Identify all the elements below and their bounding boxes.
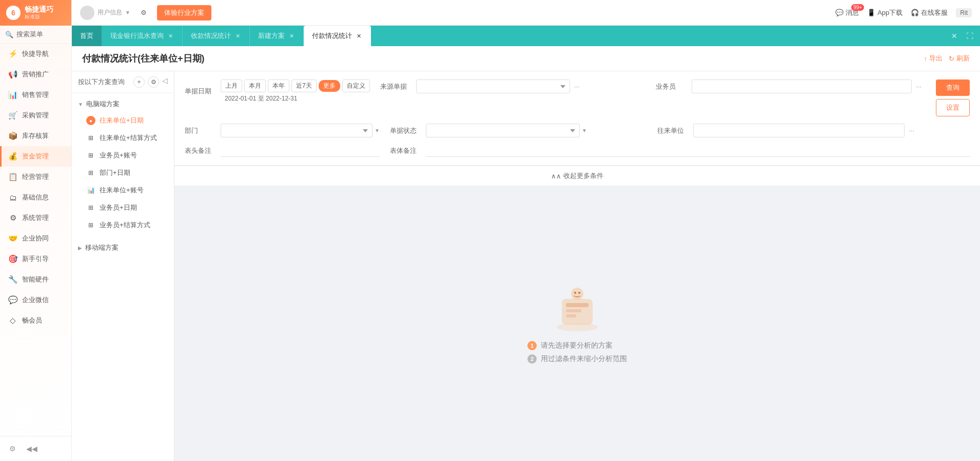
- scheme-collapse-btn[interactable]: ◁: [162, 76, 168, 88]
- svg-point-6: [574, 292, 576, 294]
- wechat-icon: 💬: [8, 295, 18, 305]
- tab-home[interactable]: 首页: [72, 26, 102, 46]
- body-note-input[interactable]: [426, 145, 970, 157]
- dept-select[interactable]: [221, 124, 373, 137]
- scheme-item-dept-date[interactable]: ⊞ 部门+日期: [72, 164, 174, 182]
- topbar-username[interactable]: Rit: [956, 8, 972, 17]
- topbar: 用户信息 ▼ ⚙ 体验行业方案 💬 消息 99+ 📱 App下载 🎧 在线客服: [72, 0, 980, 26]
- source-label: 来源单据: [380, 82, 416, 91]
- search-icon: 🔍: [5, 31, 13, 38]
- source-select[interactable]: [416, 79, 570, 93]
- topbar-actions: 💬 消息 99+ 📱 App下载 🎧 在线客服 Rit: [835, 8, 972, 17]
- voucher-status-dropdown-icon[interactable]: ▼: [582, 128, 587, 133]
- date-buttons: 上月 本月 本年 近7天 更多 自定义: [221, 79, 370, 92]
- hint-num-2: 2: [527, 354, 537, 364]
- sidebar-item-wechat[interactable]: 💬 企业微信: [0, 290, 71, 310]
- scheme-item-staff-settlement[interactable]: ⊞ 业务员+结算方式: [72, 216, 174, 234]
- message-icon: 💬: [835, 9, 844, 16]
- header-note-input[interactable]: [221, 145, 380, 157]
- dept-dropdown-icon[interactable]: ▼: [375, 128, 380, 133]
- tab-maximize-btn[interactable]: ⛶: [964, 30, 976, 42]
- scheme-item-counterpart-account[interactable]: 📊 往来单位+账号: [72, 182, 174, 199]
- page-header-actions: ↑ 导出 ↻ 刷新: [924, 54, 970, 63]
- sidebar-item-member[interactable]: ◇ 畅会员: [0, 310, 71, 331]
- scheme-settings-btn[interactable]: ⚙: [148, 76, 159, 88]
- tab-close-new-plan[interactable]: ✕: [288, 32, 295, 39]
- date-btn-custom[interactable]: 自定义: [342, 79, 370, 92]
- date-btn-this-year[interactable]: 本年: [268, 79, 289, 92]
- refresh-btn[interactable]: ↻ 刷新: [949, 54, 970, 63]
- scheme-item-staff-account[interactable]: ⊞ 业务员+账号: [72, 147, 174, 164]
- notifications-btn[interactable]: 💬 消息 99+: [835, 8, 859, 17]
- sidebar-collapse-btn[interactable]: ◀◀: [25, 442, 39, 456]
- desktop-arrow-icon: ▼: [78, 102, 83, 107]
- staff-dots[interactable]: ···: [916, 83, 922, 90]
- app-download-btn[interactable]: 📱 App下载: [867, 8, 903, 17]
- tab-close-bank-flow[interactable]: ✕: [167, 32, 174, 39]
- sidebar-item-purchase[interactable]: 🛒 采购管理: [0, 105, 71, 126]
- desktop-scheme-header[interactable]: ▼ 电脑端方案: [72, 96, 174, 112]
- tab-new-plan[interactable]: 新建方案 ✕: [250, 26, 304, 46]
- basic-info-icon: 🗂: [8, 192, 18, 203]
- sidebar-item-sales[interactable]: 📊 销售管理: [0, 85, 71, 105]
- date-btn-this-month[interactable]: 本月: [244, 79, 266, 92]
- export-icon: ↑: [924, 55, 928, 63]
- staff-label: 业务员: [656, 82, 692, 91]
- tab-close-receipt-stats[interactable]: ✕: [234, 32, 241, 39]
- topbar-settings-btn[interactable]: ⚙: [136, 6, 151, 20]
- active-scheme-icon: ●: [86, 116, 95, 125]
- hint-num-1: 1: [527, 341, 537, 350]
- sales-icon: 📊: [8, 90, 18, 100]
- date-btn-last-7days[interactable]: 近7天: [291, 79, 317, 92]
- filter-results-area: 单据日期 上月 本月 本年 近7天 更多 自定义: [174, 71, 980, 461]
- export-btn[interactable]: ↑ 导出: [924, 54, 943, 63]
- sidebar-item-cooperation[interactable]: 🤝 企业协同: [0, 228, 71, 249]
- sidebar-item-operation[interactable]: 📋 经营管理: [0, 167, 71, 187]
- source-dots[interactable]: ···: [574, 83, 580, 90]
- sidebar-item-basic-info[interactable]: 🗂 基础信息: [0, 187, 71, 208]
- query-btn[interactable]: 查询: [936, 79, 970, 96]
- body-split: 按以下方案查询 + ⚙ ◁ ▼ 电脑端方案 ●: [72, 71, 980, 461]
- hardware-icon: 🔧: [8, 274, 18, 285]
- voucher-status-select[interactable]: [426, 124, 580, 137]
- tab-close-payment-stats[interactable]: ✕: [355, 32, 362, 39]
- filter-section: 单据日期 上月 本月 本年 近7天 更多 自定义: [174, 71, 980, 166]
- scheme-item-counterpart-date[interactable]: ● 往来单位+日期: [72, 112, 174, 129]
- counterpart-dots[interactable]: ···: [909, 127, 914, 134]
- dept-label: 部门: [185, 126, 221, 135]
- sidebar-item-quick-nav[interactable]: ⚡ 快捷导航: [0, 44, 71, 64]
- date-btn-last-month[interactable]: 上月: [221, 79, 242, 92]
- filter-section-wrapper: 单据日期 上月 本月 本年 近7天 更多 自定义: [174, 71, 980, 186]
- sidebar-settings-btn[interactable]: ⚙: [5, 442, 19, 456]
- scheme-item-staff-date[interactable]: ⊞ 业务员+日期: [72, 199, 174, 216]
- service-icon: 🎧: [911, 9, 919, 16]
- table-icon-3: ⊞: [86, 203, 95, 212]
- sidebar-item-hardware[interactable]: 🔧 智能硬件: [0, 269, 71, 290]
- sidebar-item-system[interactable]: ⚙ 系统管理: [0, 208, 71, 228]
- date-btn-more[interactable]: 更多: [319, 80, 340, 92]
- sidebar-item-marketing[interactable]: 📢 营销推广: [0, 64, 71, 85]
- user-dropdown-icon[interactable]: ▼: [125, 10, 130, 15]
- collapse-more-btn[interactable]: ∧∧ 收起更多条件: [551, 171, 603, 181]
- logo-sub: 标准版: [25, 13, 53, 21]
- sidebar-item-guide[interactable]: 🎯 新手引导: [0, 249, 71, 269]
- user-avatar: [80, 6, 94, 20]
- desktop-scheme-section: ▼ 电脑端方案 ● 往来单位+日期 ⊞ 往来单位+结算方式 ⊞: [72, 93, 174, 237]
- tab-receipt-stats[interactable]: 收款情况统计 ✕: [183, 26, 250, 46]
- scheme-item-counterpart-settlement[interactable]: ⊞ 往来单位+结算方式: [72, 129, 174, 147]
- empty-hint-2: 2 用过滤条件来缩小分析范围: [527, 354, 627, 364]
- sidebar-item-inventory[interactable]: 📦 库存核算: [0, 126, 71, 146]
- counterpart-input[interactable]: [693, 124, 905, 137]
- filter-settings-btn[interactable]: 设置: [936, 99, 970, 116]
- table-icon-2: ⊞: [86, 168, 95, 177]
- scheme-add-btn[interactable]: +: [133, 76, 145, 88]
- tab-bank-flow[interactable]: 现金银行流水查询 ✕: [102, 26, 183, 46]
- online-service-btn[interactable]: 🎧 在线客服: [911, 8, 948, 17]
- tab-close-all-btn[interactable]: ✕: [948, 30, 961, 42]
- tab-payment-stats[interactable]: 付款情况统计 ✕: [304, 26, 371, 46]
- staff-input[interactable]: [692, 79, 912, 93]
- mobile-scheme-header[interactable]: ▶ 移动端方案: [72, 240, 174, 255]
- trial-btn[interactable]: 体验行业方案: [157, 5, 211, 21]
- search-menu[interactable]: 🔍 搜索菜单: [0, 26, 71, 44]
- sidebar-item-finance[interactable]: 💰 资金管理: [0, 146, 71, 167]
